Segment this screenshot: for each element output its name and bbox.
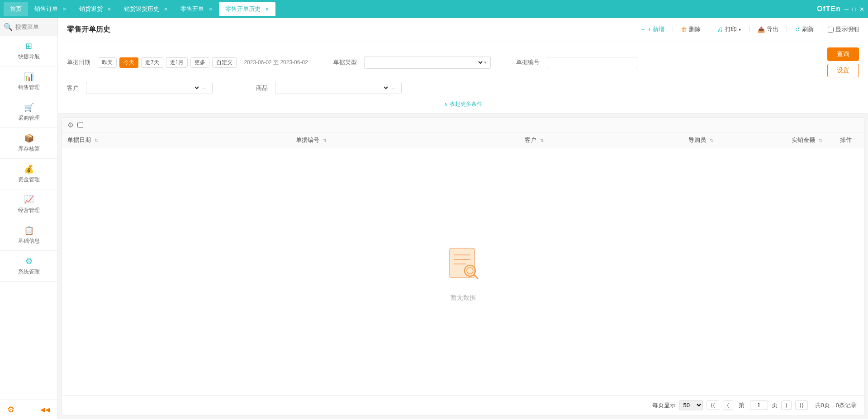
tab-close-sales-return[interactable]: ✕	[107, 6, 111, 12]
type-select-wrap[interactable]: ▾	[364, 56, 491, 69]
col-guide[interactable]: 导购员 ⇅	[683, 132, 773, 148]
tab-close-retail-open[interactable]: ✕	[209, 6, 213, 12]
tab-bar: 首页 销售订单 ✕ 销货退货 ✕ 销货退货历史 ✕ 零售开单 ✕ 零售开单历史 …	[0, 0, 868, 18]
divider	[787, 26, 787, 33]
add-button[interactable]: ＋ + 新增	[637, 24, 667, 35]
topbar-maximize-icon[interactable]: □	[852, 6, 856, 13]
sidebar-item-quick-nav[interactable]: ⊞ 快捷导航	[0, 36, 57, 66]
filter-row-2: 客户 ··· 商品 ···	[67, 82, 859, 94]
col-date[interactable]: 单据日期 ⇅	[62, 132, 290, 148]
product-ellipsis[interactable]: ···	[389, 85, 398, 91]
first-page-btn[interactable]: ⟨⟨	[707, 400, 719, 410]
system-icon: ⚙	[25, 256, 33, 266]
tab-close-sales-return-history[interactable]: ✕	[164, 6, 168, 12]
type-select-arrow: ▾	[484, 60, 487, 66]
col-amount[interactable]: 实销金额 ⇅	[773, 132, 828, 148]
prev-page-btn[interactable]: ⟨	[723, 400, 733, 410]
tab-sales-return-history[interactable]: 销货退货历史 ✕	[118, 2, 174, 16]
table-settings-icon[interactable]: ⚙	[67, 121, 74, 129]
delete-button[interactable]: 🗑 删除	[678, 24, 703, 35]
tab-close-sales-order[interactable]: ✕	[62, 6, 66, 12]
divider	[709, 26, 709, 33]
filter-area: 单据日期 昨天 今天 近7天 近1月 更多 自定义 2023-06-02 至 2…	[58, 41, 868, 114]
sidebar-item-sales-mgmt[interactable]: 📊 销售管理	[0, 66, 57, 97]
svg-point-5	[467, 268, 473, 274]
sidebar: 🔍 搜索菜单 ⊞ 快捷导航 📊 销售管理 🛒 采购管理 📦 库存核算 💰 资金管…	[0, 18, 58, 419]
col-customer[interactable]: 客户 ⇅	[519, 132, 683, 148]
query-button[interactable]: 查询	[827, 47, 859, 61]
sidebar-item-label: 销售管理	[18, 84, 40, 91]
col-operation: 操作	[828, 132, 864, 148]
tab-home[interactable]: 首页	[4, 2, 28, 16]
collapse-sidebar-icon[interactable]: ◀◀	[40, 406, 50, 413]
header-actions: ＋ + 新增 🗑 删除 🖨 打印 ▾ 📤 导出	[637, 24, 859, 35]
operations-icon: 📈	[24, 195, 34, 205]
customer-ellipsis[interactable]: ···	[200, 85, 209, 91]
collapse-button[interactable]: ∧ 收起更多条件	[438, 99, 488, 110]
sort-icon-customer: ⇅	[540, 138, 544, 143]
delete-icon: 🗑	[681, 26, 687, 33]
date-custom-btn[interactable]: 自定义	[212, 57, 237, 68]
date-7days-btn[interactable]: 近7天	[141, 57, 163, 68]
next-page-btn[interactable]: ⟩	[781, 400, 792, 410]
content-area: 零售开单历史 ＋ + 新增 🗑 删除 🖨 打印 ▾	[58, 18, 868, 419]
filter-action-buttons: 查询 设置	[827, 47, 859, 77]
sidebar-item-system[interactable]: ⚙ 系统管理	[0, 251, 57, 282]
sidebar-item-purchase-mgmt[interactable]: 🛒 采购管理	[0, 97, 57, 128]
date-1month-btn[interactable]: 近1月	[166, 57, 188, 68]
topbar-minimize-icon[interactable]: ─	[844, 6, 849, 13]
select-all-checkbox[interactable]	[77, 122, 83, 128]
quick-nav-icon: ⊞	[25, 41, 32, 51]
number-filter-input[interactable]	[547, 57, 637, 68]
sidebar-item-inventory[interactable]: 📦 库存核算	[0, 128, 57, 159]
brand-logo: OfTEn	[817, 5, 841, 13]
settings-button[interactable]: 设置	[827, 64, 859, 77]
tab-retail-open[interactable]: 零售开单 ✕	[174, 2, 219, 16]
page-number-input[interactable]	[750, 400, 768, 410]
per-page-select[interactable]: 50 10 20 100	[679, 400, 703, 410]
pagination: 每页显示 50 10 20 100 ⟨⟨ ⟨ 第 页 ⟩ ⟩⟩ 共0页，0条记录	[62, 395, 864, 415]
tab-sales-order[interactable]: 销售订单 ✕	[28, 2, 73, 16]
topbar-close-icon[interactable]: ✕	[859, 6, 864, 13]
show-detail-checkbox[interactable]	[828, 27, 834, 33]
tab-close-retail-open-history[interactable]: ✕	[265, 6, 269, 12]
date-shortcuts: 昨天 今天 近7天 近1月 更多 自定义	[98, 57, 237, 68]
type-select[interactable]	[368, 59, 484, 66]
date-today-btn[interactable]: 今天	[119, 57, 138, 68]
data-table: 单据日期 ⇅ 单据编号 ⇅ 客户 ⇅ 导购员 ⇅	[62, 132, 864, 148]
date-filter-label: 单据日期	[67, 58, 90, 66]
table-toolbar: ⚙	[62, 118, 864, 132]
sidebar-search[interactable]: 🔍 搜索菜单	[0, 18, 57, 36]
sidebar-item-label: 库存核算	[18, 145, 40, 153]
sidebar-item-basic-info[interactable]: 📋 基础信息	[0, 220, 57, 251]
product-select-wrap[interactable]: ···	[275, 82, 402, 94]
print-icon: 🖨	[717, 26, 723, 33]
refresh-button[interactable]: ↺ 刷新	[792, 24, 816, 35]
col-number[interactable]: 单据编号 ⇅	[290, 132, 519, 148]
customer-filter-label: 客户	[67, 84, 79, 92]
last-page-btn[interactable]: ⟩⟩	[795, 400, 808, 410]
refresh-icon: ↺	[795, 26, 800, 33]
sort-icon-amount: ⇅	[819, 138, 822, 143]
topbar-right: OfTEn ─ □ ✕	[817, 5, 864, 13]
customer-select[interactable]	[90, 84, 200, 92]
settings-gear-icon[interactable]: ⚙	[7, 405, 14, 414]
number-filter-label: 单据编号	[516, 58, 540, 66]
customer-select-wrap[interactable]: ···	[86, 82, 213, 94]
page-title: 零售开单历史	[67, 25, 110, 34]
show-detail-checkbox-label[interactable]: 显示明细	[828, 25, 859, 33]
tab-sales-return[interactable]: 销货退货 ✕	[73, 2, 118, 16]
filter-row-1: 单据日期 昨天 今天 近7天 近1月 更多 自定义 2023-06-02 至 2…	[67, 47, 859, 77]
export-button[interactable]: 📤 导出	[755, 24, 781, 35]
date-more-btn[interactable]: 更多	[190, 57, 209, 68]
sidebar-item-operations[interactable]: 📈 经营管理	[0, 189, 57, 220]
print-button[interactable]: 🖨 打印 ▾	[715, 24, 744, 35]
date-yesterday-btn[interactable]: 昨天	[98, 57, 117, 68]
basic-info-icon: 📋	[24, 226, 34, 235]
product-select[interactable]	[279, 84, 389, 92]
tab-retail-open-history[interactable]: 零售开单历史 ✕	[219, 2, 275, 16]
sort-icon-number: ⇅	[323, 138, 327, 143]
sort-icon-date: ⇅	[95, 138, 98, 143]
add-icon: ＋	[640, 25, 646, 33]
sidebar-item-finance[interactable]: 💰 资金管理	[0, 159, 57, 189]
